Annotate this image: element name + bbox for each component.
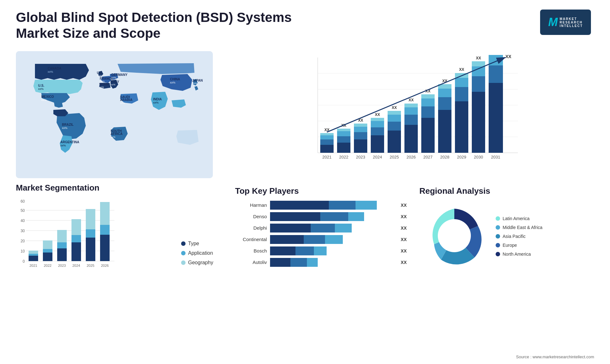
bar-2024-label: 2024: [373, 155, 382, 159]
player-name-continental: Continental: [235, 237, 267, 242]
reg-legend-mea: Middle East & Africa: [496, 225, 542, 230]
player-bar-delphi-s2: [311, 224, 335, 233]
player-name-denso: Denso: [235, 214, 267, 219]
player-name-bosch: Bosch: [235, 248, 267, 253]
svg-rect-22: [29, 256, 38, 261]
bar-2023-label: 2023: [356, 155, 365, 159]
player-value-autoliv: XX: [401, 260, 407, 265]
reg-legend-northamerica: North America: [496, 252, 542, 257]
donut-wrapper: Latin America Middle East & Africa Asia …: [419, 201, 591, 272]
legend-type-dot: [181, 241, 186, 246]
svg-text:2026: 2026: [101, 264, 109, 267]
svg-text:2025: 2025: [87, 264, 94, 267]
player-row-autoliv: Autoliv XX: [235, 258, 407, 267]
svg-rect-32: [57, 230, 67, 242]
reg-legend-europe-label: Europe: [503, 243, 517, 248]
bar-2030-s1: [472, 92, 485, 153]
bar-2028-s1: [438, 110, 451, 153]
svg-text:2022: 2022: [44, 264, 51, 267]
player-bar-autoliv-s1: [270, 258, 290, 267]
bar-2031-s1: [489, 83, 503, 153]
bar-2024-val: XX: [375, 112, 380, 117]
seg-chart-area: 0 10 20 30 40 50 60: [16, 198, 175, 275]
svg-rect-31: [57, 242, 67, 248]
bar-2021-s1: [320, 145, 334, 153]
legend-type-label: Type: [188, 241, 199, 246]
player-value-continental: XX: [401, 237, 407, 242]
logo-line1: MARKET: [560, 17, 583, 21]
bar-chart-svg: 2021 XX 2022 XX 2023 XX 2024 XX: [229, 51, 591, 178]
bar-2025-s2: [388, 122, 401, 131]
bar-2026-s4: [404, 104, 418, 107]
bar-2021-label: 2021: [322, 155, 332, 159]
bar-2025-s3: [388, 115, 401, 122]
player-value-bosch: XX: [401, 248, 407, 253]
player-bar-harman-s2: [329, 201, 356, 210]
regional-section: Regional Analysis: [416, 183, 594, 275]
svg-text:30: 30: [21, 229, 25, 233]
safrica-label2: AFRICA: [111, 132, 123, 136]
player-bar-harman-s3: [356, 201, 377, 210]
reg-legend-latam: Latin America: [496, 216, 542, 221]
content-grid: CANADA xx% U.S. xx% MEXICO xx% BRAZIL xx…: [0, 48, 610, 185]
player-bar-bosch-s3: [314, 246, 327, 255]
bar-2026-val: XX: [409, 98, 414, 102]
us-val: xx%: [38, 87, 44, 91]
seg-legend: Type Application Geography: [181, 241, 226, 275]
legend-application: Application: [181, 250, 226, 256]
svg-text:40: 40: [21, 219, 25, 223]
svg-text:20: 20: [21, 239, 25, 243]
player-bar-denso-s2: [320, 212, 348, 221]
bar-2028-s3: [438, 89, 451, 97]
regional-legend: Latin America Middle East & Africa Asia …: [496, 216, 542, 257]
logo-line3: INTELLECT: [560, 24, 583, 28]
bar-2022-s3: [337, 131, 350, 136]
seg-chart-wrapper: 0 10 20 30 40 50 60: [16, 198, 226, 275]
bar-2027-s1: [421, 118, 435, 153]
svg-text:2021: 2021: [30, 264, 37, 267]
world-map-svg: CANADA xx% U.S. xx% MEXICO xx% BRAZIL xx…: [16, 51, 213, 178]
reg-legend-europe-dot: [496, 243, 500, 247]
reg-legend-europe: Europe: [496, 243, 542, 248]
svg-rect-24: [29, 251, 38, 254]
china-val: xx%: [170, 81, 175, 84]
svg-rect-23: [29, 254, 38, 256]
player-bar-container-denso: [270, 212, 396, 221]
svg-rect-39: [86, 229, 95, 238]
reg-legend-northamerica-label: North America: [503, 252, 531, 257]
bar-2028-label: 2028: [440, 155, 450, 159]
svg-rect-44: [100, 202, 110, 225]
donut-inner-circle: [438, 219, 471, 252]
player-bar-continental: [270, 235, 343, 244]
legend-geography: Geography: [181, 260, 226, 266]
bar-2029-val: XX: [459, 67, 464, 72]
player-bar-container-harman: [270, 201, 396, 210]
svg-text:2023: 2023: [58, 264, 66, 267]
bar-2026-label: 2026: [407, 155, 416, 159]
reg-legend-latam-label: Latin America: [503, 216, 530, 221]
india-label: INDIA: [153, 98, 162, 101]
bar-2029-s2: [455, 87, 468, 101]
logo-box: M MARKET RESEARCH INTELLECT: [540, 10, 591, 35]
player-name-delphi: Delphi: [235, 225, 267, 231]
bar-2028-s2: [438, 97, 451, 110]
bar-2024-s3: [371, 121, 384, 127]
bar-2024-s4: [371, 118, 384, 121]
bar-2026-s1: [404, 125, 418, 153]
player-row-bosch: Bosch XX: [235, 246, 407, 255]
player-bar-continental-s3: [325, 235, 343, 244]
bar-2026-s3: [404, 107, 418, 115]
player-bar-autoliv-s2: [290, 258, 307, 267]
svg-rect-38: [86, 238, 95, 261]
player-row-harman: Harman XX: [235, 201, 407, 210]
bar-2024-s2: [371, 127, 384, 135]
spain-val: xx%: [99, 86, 104, 89]
brazil-val: xx%: [62, 126, 67, 130]
bar-2022-label: 2022: [339, 155, 349, 159]
page-header: Global Blind Spot Detection (BSD) System…: [0, 0, 610, 48]
player-bar-autoliv-s3: [307, 258, 318, 267]
mexico-val: xx%: [41, 98, 47, 102]
player-value-delphi: XX: [401, 226, 407, 231]
bar-2031-val: XX: [505, 54, 512, 59]
bar-2029-label: 2029: [457, 155, 466, 159]
